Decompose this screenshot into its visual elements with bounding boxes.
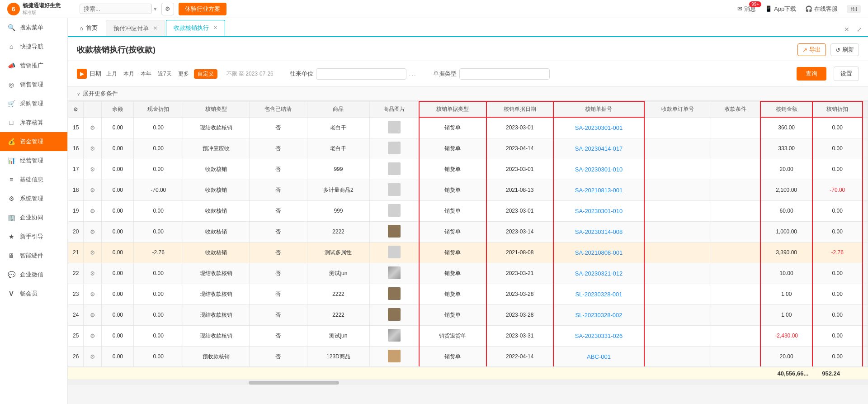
cell-product: 测试多属性 <box>307 242 369 263</box>
cell-product: 999 <box>307 200 369 221</box>
cell-write-off-type: 收款核销 <box>183 159 250 180</box>
table-scroll-container[interactable]: ⚙ 余额 现金折扣 核销类型 包含已结清 商品 商品图片 核销单据类型 核销单据… <box>68 101 868 366</box>
online-service-button[interactable]: 🎧 在线客服 <box>805 5 838 13</box>
sidebar-item-guide[interactable]: ★ 新手引导 <box>0 227 67 246</box>
cell-cash-discount: 0.00 <box>134 263 183 284</box>
tab-collection[interactable]: 收款核销执行 ✕ <box>166 20 225 36</box>
tab-home[interactable]: ⌂ 首页 <box>72 20 105 36</box>
table-row: 26⚙ 0.00 0.00 预收款核销 否 123D商品 销货单 2022-04… <box>68 346 868 366</box>
close-window-button[interactable]: ✕ <box>842 24 852 34</box>
app-logo: 6 畅捷通谱好生意 标准版 <box>7 2 75 16</box>
date-7days[interactable]: 近7天 <box>156 69 174 79</box>
sidebar-item-wechat[interactable]: 💬 企业微信 <box>0 265 67 284</box>
sidebar-item-marketing[interactable]: 📣 营销推广 <box>0 56 67 75</box>
cell-bill-no[interactable]: SA-20210808-001 <box>553 242 644 263</box>
table-row: 25⚙ 0.00 0.00 现结收款核销 否 测试jun 销货退货单 2023-… <box>68 325 868 346</box>
cell-gear[interactable]: ⚙ <box>84 284 102 304</box>
date-more[interactable]: 更多 <box>176 69 191 79</box>
cell-gear[interactable]: ⚙ <box>84 200 102 221</box>
sidebar-item-search[interactable]: 🔍 搜索菜单 <box>0 18 67 37</box>
sidebar-item-quicknav[interactable]: ⌂ 快捷导航 <box>0 37 67 56</box>
cell-write-off-amount: -2,430.00 <box>760 325 812 346</box>
sidebar-item-finance[interactable]: 💰 资金管理 <box>0 132 67 151</box>
cell-bill-no[interactable]: SA-20230301-010 <box>553 200 644 221</box>
cell-gear[interactable]: ⚙ <box>84 138 102 159</box>
filter-expand-button[interactable]: ▶ <box>77 69 87 79</box>
sidebar-item-operation[interactable]: 📊 经营管理 <box>0 151 67 170</box>
cell-bill-no[interactable]: SA-20230321-012 <box>553 263 644 284</box>
cell-receipt-cond <box>711 159 761 180</box>
cell-write-off-amount: 60.00 <box>760 200 812 221</box>
expand-conditions-bar[interactable]: ∨ 展开更多条件 <box>68 87 868 101</box>
cell-bill-no[interactable]: ABC-001 <box>553 346 644 366</box>
sidebar-item-basic[interactable]: ≡ 基础信息 <box>0 170 67 189</box>
custom-date-button[interactable]: 自定义 <box>194 69 217 79</box>
th-scroll <box>863 101 868 117</box>
cell-bill-no[interactable]: SA-20230301-010 <box>553 159 644 180</box>
cell-gear[interactable]: ⚙ <box>84 263 102 284</box>
setting-button[interactable]: 设置 <box>834 67 859 81</box>
cell-gear[interactable]: ⚙ <box>84 221 102 242</box>
cell-gear[interactable]: ⚙ <box>84 325 102 346</box>
table-row: 21⚙ 0.00 -2.76 收款核销 否 测试多属性 销货单 2021-08-… <box>68 242 868 263</box>
sidebar-item-inventory[interactable]: □ 库存核算 <box>0 113 67 132</box>
cell-bill-date: 2023-03-28 <box>486 304 553 325</box>
sidebar-item-enterprise[interactable]: 🏢 企业协同 <box>0 208 67 227</box>
tab-close-prepay[interactable]: ✕ <box>153 25 157 31</box>
chevron-down-icon: ▾ <box>154 5 157 12</box>
sidebar-item-member[interactable]: V 畅会员 <box>0 284 67 303</box>
cell-bill-no[interactable]: SL-20230328-001 <box>553 284 644 304</box>
cell-include-settled: 否 <box>249 263 307 284</box>
message-button[interactable]: ✉ 消息 99+ <box>737 5 756 13</box>
cell-bill-no[interactable]: SA-20230314-008 <box>553 221 644 242</box>
sidebar-label-inventory: 库存核算 <box>20 119 43 127</box>
horizontal-scrollbar[interactable] <box>68 380 868 385</box>
top-search-input[interactable] <box>80 4 152 14</box>
app-download-button[interactable]: 📱 App下载 <box>765 5 796 13</box>
industry-button[interactable]: 休验行业方案 <box>179 3 226 15</box>
sidebar-item-system[interactable]: ⚙ 系统管理 <box>0 189 67 208</box>
cell-scroll-space <box>863 200 868 221</box>
h-scrollbar-thumb[interactable] <box>249 381 339 385</box>
sidebar-label-system: 系统管理 <box>20 195 43 203</box>
cell-bill-no[interactable]: SA-20230301-001 <box>553 117 644 138</box>
table-row: 18⚙ 0.00 -70.00 收款核销 否 多计量商品2 销货单 2021-0… <box>68 180 868 200</box>
cell-bill-no[interactable]: SL-20230328-002 <box>553 304 644 325</box>
cell-bill-no[interactable]: SA-20210813-001 <box>553 180 644 200</box>
cell-balance: 0.00 <box>102 200 134 221</box>
cell-bill-no[interactable]: SA-20230414-017 <box>553 138 644 159</box>
query-button[interactable]: 查询 <box>797 67 826 81</box>
tab-close-collection[interactable]: ✕ <box>213 25 217 31</box>
bill-type-select[interactable] <box>459 68 550 80</box>
partner-input[interactable] <box>316 68 406 80</box>
cell-bill-no[interactable]: SA-20230331-026 <box>553 325 644 346</box>
sidebar-item-purchase[interactable]: 🛒 采购管理 <box>0 94 67 113</box>
cell-balance: 0.00 <box>102 180 134 200</box>
sidebar-item-hardware[interactable]: 🖥 智能硬件 <box>0 246 67 265</box>
user-info[interactable]: Rit <box>847 5 861 13</box>
date-this-year[interactable]: 本年 <box>138 69 154 79</box>
cell-gear[interactable]: ⚙ <box>84 242 102 263</box>
page-header: 收款核销执行(按收款) ↗ 导出 ↺ 刷新 <box>68 37 868 61</box>
cell-receipt-order-no <box>644 180 711 200</box>
sidebar-item-sales[interactable]: ◎ 销售管理 <box>0 75 67 94</box>
cell-bill-type: 销货退货单 <box>419 325 486 346</box>
cell-scroll-space <box>863 221 868 242</box>
cell-gear[interactable]: ⚙ <box>84 159 102 180</box>
cell-gear[interactable]: ⚙ <box>84 346 102 366</box>
cell-gear[interactable]: ⚙ <box>84 304 102 325</box>
refresh-button[interactable]: ↺ 刷新 <box>830 43 859 56</box>
date-last-month[interactable]: 上月 <box>104 69 119 79</box>
cell-cash-discount: 0.00 <box>134 159 183 180</box>
tab-prepay[interactable]: 预付冲应付单 ✕ <box>106 20 165 36</box>
cell-gear[interactable]: ⚙ <box>84 117 102 138</box>
maximize-window-button[interactable]: ⤢ <box>854 24 864 34</box>
date-this-month[interactable]: 本月 <box>121 69 137 79</box>
inventory-icon: □ <box>7 119 15 127</box>
cell-gear[interactable]: ⚙ <box>84 180 102 200</box>
cell-include-settled: 否 <box>249 242 307 263</box>
gear-button[interactable]: ⚙ <box>161 3 174 15</box>
cell-bill-type: 销货单 <box>419 346 486 366</box>
export-button[interactable]: ↗ 导出 <box>797 43 826 56</box>
th-write-off-type: 核销类型 <box>183 101 250 117</box>
